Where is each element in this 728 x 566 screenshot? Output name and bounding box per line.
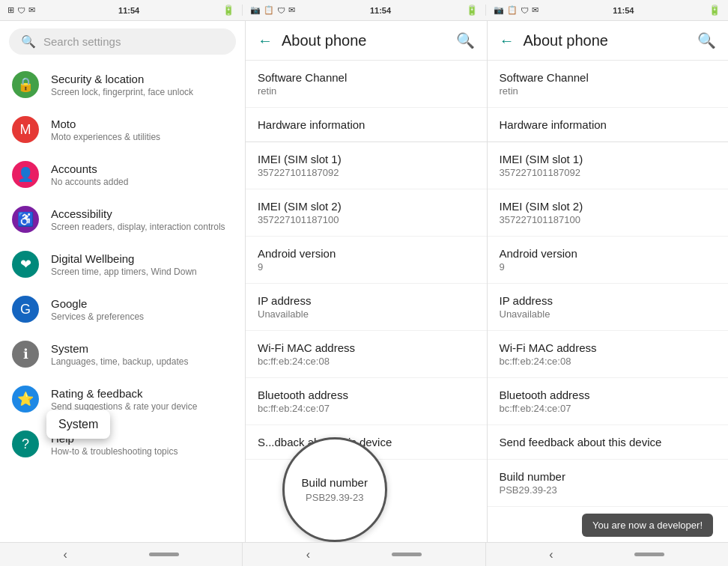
about-item-2[interactable]: IMEI (SIM slot 1)357227101187092 (246, 142, 487, 189)
about-item-subtitle-7: bc:ff:eb:24:ce:07 (500, 403, 717, 414)
about-section-1: Hardware information (246, 108, 487, 142)
settings-subtitle-security: Screen lock, fingerprint, face unlock (51, 87, 233, 97)
icon-sms2: ✉ (288, 5, 295, 15)
settings-text-system: SystemLanguages, time, backup, updates (51, 342, 233, 367)
status-icons-right-2: 🔋 (466, 4, 478, 16)
search-bar[interactable]: 🔍 Search settings (9, 28, 236, 55)
settings-item-digitalwellbeing[interactable]: ❤Digital WellbeingScreen time, app timer… (0, 242, 245, 287)
about-item-title-7: Bluetooth address (258, 389, 475, 401)
about-item-2[interactable]: IMEI (SIM slot 1)357227101187092 (488, 142, 729, 189)
settings-title-google: Google (51, 297, 233, 310)
status-icons-left-2: 📷 📋 🛡 ✉ (250, 5, 295, 15)
about-item-4[interactable]: Android version9 (488, 237, 729, 284)
settings-item-system[interactable]: ℹSystemLanguages, time, backup, updates (0, 332, 245, 377)
about-item-6[interactable]: Wi-Fi MAC addressbc:ff:eb:24:ce:08 (488, 331, 729, 378)
build-subtitle-2: PSB29.39-23 (500, 484, 717, 496)
system-tooltip-text: System (58, 418, 98, 430)
about-item-subtitle-4: 9 (500, 261, 717, 273)
about-item-7[interactable]: Bluetooth addressbc:ff:eb:24:ce:07 (246, 378, 487, 425)
about-item-title-3: IMEI (SIM slot 2) (258, 200, 475, 213)
search-button-1[interactable]: 🔍 (456, 31, 475, 49)
back-button-1[interactable]: ← (258, 32, 273, 49)
about-item-title-3: IMEI (SIM slot 2) (500, 200, 717, 213)
nav-home-2[interactable] (392, 553, 422, 556)
about-title-1: About phone (282, 32, 447, 49)
about-item-3[interactable]: IMEI (SIM slot 2)357227101187100 (246, 189, 487, 237)
settings-text-accessibility: AccessibilityScreen readers, display, in… (51, 207, 233, 232)
settings-item-rating[interactable]: ⭐Rating & feedbackSend suggestions & rat… (0, 377, 245, 422)
back-button-2[interactable]: ← (500, 32, 515, 49)
feedback-title-partial: S...dback about this device (258, 436, 475, 448)
settings-item-google[interactable]: GGoogleServices & preferences (0, 287, 245, 332)
about-item-title-8: Send feedback about this device (500, 436, 717, 448)
about-item-0[interactable]: Software Channelretin (488, 61, 729, 108)
battery-icon-3: 🔋 (709, 4, 721, 16)
status-time-1: 11:54 (118, 6, 139, 15)
about-item-title-4: Android version (258, 247, 475, 260)
about-item-3[interactable]: IMEI (SIM slot 2)357227101187100 (488, 189, 729, 237)
about-item-0[interactable]: Software Channelretin (246, 61, 487, 108)
about-panel-1: ← About phone 🔍 Software ChannelretinHar… (246, 21, 488, 542)
about-item-title-6: Wi-Fi MAC address (258, 341, 475, 354)
about-item-5[interactable]: IP addressUnavailable (246, 284, 487, 331)
settings-icon-accounts: 👤 (12, 161, 39, 188)
search-icon: 🔍 (21, 34, 36, 49)
settings-title-accessibility: Accessibility (51, 207, 233, 220)
about-item-subtitle-0: retin (258, 85, 475, 97)
icon-sms: ✉ (28, 5, 35, 15)
status-time-2: 11:54 (370, 6, 391, 15)
search-button-2[interactable]: 🔍 (697, 31, 716, 49)
build-circle[interactable]: Build numberPSB29.39-23 (282, 437, 387, 542)
status-segment-1: ⊞ 🛡 ✉ 11:54 🔋 (0, 4, 243, 16)
icon-shield: 🛡 (17, 6, 25, 15)
icon-camera: 📷 (250, 5, 261, 15)
about-item-subtitle-7: bc:ff:eb:24:ce:07 (258, 403, 475, 414)
settings-subtitle-google: Services & preferences (51, 311, 233, 322)
nav-home-3[interactable] (634, 553, 664, 556)
status-icons-left-1: ⊞ 🛡 ✉ (7, 5, 35, 15)
about-item-subtitle-5: Unavailable (258, 308, 475, 320)
nav-back-1[interactable]: ‹ (64, 548, 67, 562)
settings-list: 🔒Security & locationScreen lock, fingerp… (0, 62, 245, 542)
about-item-build2[interactable]: Build numberPSB29.39-23 (488, 460, 729, 507)
build-title-2: Build number (500, 470, 717, 483)
settings-text-moto: MotoMoto experiences & utilities (51, 118, 233, 142)
about-item-6[interactable]: Wi-Fi MAC addressbc:ff:eb:24:ce:08 (246, 331, 487, 378)
nav-segment-2: ‹ (243, 543, 485, 566)
icon-clip: 📋 (264, 5, 274, 15)
nav-back-2[interactable]: ‹ (306, 548, 310, 562)
settings-text-rating: Rating & feedbackSend suggestions & rate… (51, 387, 233, 412)
settings-item-accounts[interactable]: 👤AccountsNo accounts added (0, 152, 245, 197)
settings-icon-system: ℹ (12, 341, 39, 368)
about-section-1: Hardware information (488, 108, 729, 142)
about-item-title-2: IMEI (SIM slot 1) (258, 153, 475, 165)
status-icons-right-3: 🔋 (709, 4, 721, 16)
settings-item-moto[interactable]: MMotoMoto experiences & utilities (0, 107, 245, 152)
about-item-8[interactable]: Send feedback about this device (488, 425, 729, 460)
about-item-subtitle-6: bc:ff:eb:24:ce:08 (258, 356, 475, 367)
icon-camera3: 📷 (494, 5, 504, 15)
about-item-title-0: Software Channel (258, 71, 475, 84)
about-item-4[interactable]: Android version9 (246, 237, 487, 284)
about-panel-2: ← About phone 🔍 Software ChannelretinHar… (488, 21, 729, 542)
settings-item-help[interactable]: ?HelpHow-to & troubleshooting topics (0, 422, 245, 466)
about-item-5[interactable]: IP addressUnavailable (488, 284, 729, 331)
settings-icon-rating: ⭐ (12, 386, 39, 413)
settings-title-accounts: Accounts (51, 162, 233, 175)
developer-toast: You are now a developer! (582, 514, 713, 537)
nav-back-3[interactable]: ‹ (549, 548, 553, 562)
about-item-title-7: Bluetooth address (500, 389, 717, 401)
about-content-1: Software ChannelretinHardware informatio… (246, 61, 487, 542)
status-time-3: 11:54 (613, 6, 634, 15)
settings-subtitle-system: Languages, time, backup, updates (51, 356, 233, 367)
settings-subtitle-moto: Moto experiences & utilities (51, 132, 233, 142)
settings-item-security[interactable]: 🔒Security & locationScreen lock, fingerp… (0, 62, 245, 107)
nav-home-1[interactable] (149, 553, 179, 556)
settings-item-accessibility[interactable]: ♿AccessibilityScreen readers, display, i… (0, 197, 245, 242)
about-item-subtitle-6: bc:ff:eb:24:ce:08 (500, 356, 717, 367)
build-circle-title: Build number (302, 476, 368, 489)
settings-text-digitalwellbeing: Digital WellbeingScreen time, app timers… (51, 252, 233, 277)
settings-title-rating: Rating & feedback (51, 387, 233, 400)
about-item-7[interactable]: Bluetooth addressbc:ff:eb:24:ce:07 (488, 378, 729, 425)
settings-icon-digitalwellbeing: ❤ (12, 251, 39, 278)
